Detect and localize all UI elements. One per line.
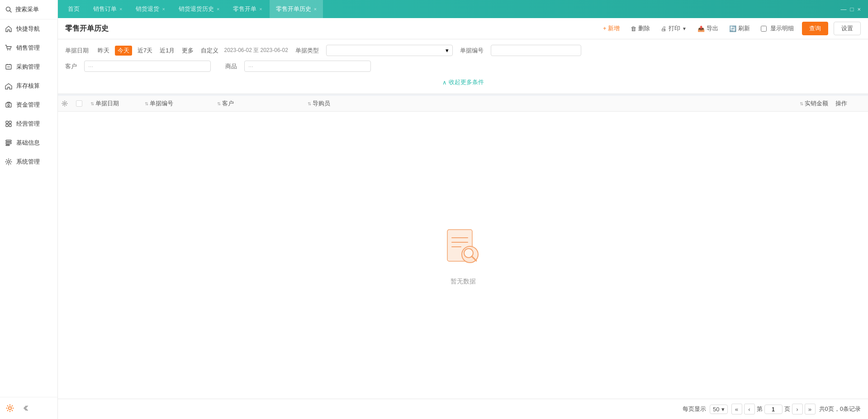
export-button[interactable]: 📤 导出 (695, 23, 721, 34)
date-btn-yesterday[interactable]: 昨天 (96, 46, 111, 56)
col-customer-label: 客户 (222, 99, 234, 108)
date-btn-more[interactable]: 更多 (180, 46, 195, 56)
customer-label: 客户 (65, 62, 77, 71)
date-btn-last1month[interactable]: 近1月 (158, 46, 176, 56)
tab-home[interactable]: 首页 (62, 0, 86, 18)
doc-type-dropdown-icon: ▾ (446, 47, 449, 54)
window-maximize[interactable]: □ (850, 6, 854, 13)
date-btn-today[interactable]: 今天 (115, 46, 132, 56)
print-button[interactable]: 🖨 打印 ▼ (658, 23, 689, 34)
filter-row-2: 客户 ··· 商品 ··· (65, 61, 861, 72)
customer-dots: ··· (88, 63, 93, 70)
page-first-btn[interactable]: « (731, 404, 742, 414)
sidebar-item-sales-mgmt[interactable]: 销售管理 (0, 38, 57, 57)
col-date[interactable]: ⇅ 单据日期 (87, 96, 141, 111)
page-input[interactable] (764, 405, 783, 414)
col-customer[interactable]: ⇅ 客户 (213, 96, 304, 111)
refresh-button[interactable]: 🔄 刷新 (726, 23, 753, 34)
svg-point-15 (8, 161, 10, 163)
sidebar-item-base-info[interactable]: 基础信息 (0, 133, 57, 152)
tab-sales-return-history-close[interactable]: × (217, 6, 219, 12)
col-checkbox[interactable] (72, 96, 87, 111)
doc-type-select[interactable]: ▾ (326, 45, 453, 56)
date-btn-custom[interactable]: 自定义 (199, 46, 220, 56)
sidebar-item-sys-mgmt[interactable]: 系统管理 (0, 152, 57, 171)
svg-point-16 (9, 407, 11, 410)
per-page-select[interactable]: 50 ▾ (710, 405, 727, 414)
sidebar-item-operations[interactable]: 经营管理 (0, 114, 57, 133)
tab-sales-return-close[interactable]: × (162, 6, 165, 12)
print-label: 打印 (669, 24, 680, 33)
table-header: ⇅ 单据日期 ⇅ 单据编号 ⇅ 客户 ⇅ 导购员 ⇅ 实销金额 操作 (58, 96, 868, 112)
tab-sales-return-label: 销货退货 (136, 5, 159, 13)
sidebar-item-quick-nav[interactable]: 快捷导航 (0, 19, 57, 38)
tab-retail-open[interactable]: 零售开单 × (227, 0, 268, 18)
svg-point-2 (7, 50, 8, 51)
tab-sales-order[interactable]: 销售订单 × (87, 0, 128, 18)
page-suffix: 页 (784, 405, 790, 413)
query-button[interactable]: 查询 (802, 22, 828, 35)
tab-sales-return-history[interactable]: 销货退货历史 × (172, 0, 226, 18)
delete-button[interactable]: 🗑 删除 (628, 23, 653, 34)
page-title: 零售开单历史 (65, 24, 109, 33)
page-nav: « ‹ 第 页 › » (731, 404, 816, 414)
empty-state: 暂无数据 (58, 112, 868, 399)
col-amount-label: 实销金额 (805, 99, 828, 108)
tab-retail-open-close[interactable]: × (259, 6, 262, 12)
display-detail-checkbox[interactable]: 显示明细 (758, 23, 797, 34)
window-close[interactable]: × (857, 6, 861, 13)
col-amount[interactable]: ⇅ 实销金额 (778, 96, 832, 111)
sidebar-item-label: 快捷导航 (16, 25, 40, 33)
sidebar-search[interactable]: 搜索采单 (0, 0, 57, 19)
per-page-dropdown-icon: ▾ (721, 406, 725, 413)
sys-settings-icon (5, 158, 13, 166)
setting-button[interactable]: 设置 (834, 22, 861, 35)
page-next-btn[interactable]: › (792, 404, 803, 414)
filter-area: 单据日期 昨天 今天 近7天 近1月 更多 自定义 2023-06-02 至 2… (58, 39, 868, 94)
tab-retail-history[interactable]: 零售开单历史 × (270, 0, 323, 18)
col-spacer (358, 96, 778, 111)
collapse-label: 收起更多条件 (449, 78, 484, 86)
add-button[interactable]: + 新增 (600, 23, 622, 34)
sidebar-item-label: 系统管理 (16, 158, 40, 166)
customer-input[interactable]: ··· (84, 61, 211, 72)
col-settings[interactable] (58, 96, 72, 111)
date-btn-last7[interactable]: 近7天 (136, 46, 154, 56)
svg-rect-13 (6, 142, 11, 144)
select-all-checkbox[interactable] (76, 100, 82, 107)
sidebar-item-label: 采购管理 (16, 63, 40, 71)
tab-retail-open-label: 零售开单 (233, 5, 256, 13)
svg-point-7 (8, 104, 9, 106)
topbar-right: — □ × (841, 6, 864, 13)
total-info: 共0页，0条记录 (819, 405, 861, 413)
col-guide-label: 导购员 (313, 99, 330, 108)
tab-sales-order-close[interactable]: × (119, 6, 122, 12)
empty-text: 暂无数据 (451, 278, 476, 286)
window-minimize[interactable]: — (841, 6, 847, 13)
bottom-settings-icon[interactable] (5, 403, 15, 414)
sidebar-item-finance[interactable]: 资金管理 (0, 95, 57, 114)
tab-retail-history-close[interactable]: × (314, 6, 317, 12)
product-input[interactable]: ··· (244, 61, 371, 72)
tab-home-label: 首页 (68, 5, 80, 13)
sidebar-item-inventory[interactable]: 库存核算 (0, 76, 57, 95)
product-label: 商品 (225, 62, 237, 71)
product-dots: ··· (248, 63, 253, 70)
doc-no-input[interactable] (491, 45, 581, 56)
svg-rect-12 (6, 140, 11, 141)
date-label: 单据日期 (65, 47, 89, 55)
page-last-btn[interactable]: » (805, 404, 816, 414)
add-label: + 新增 (603, 24, 620, 33)
collapse-sidebar-icon[interactable] (20, 403, 31, 414)
col-guide[interactable]: ⇅ 导购员 (304, 96, 358, 111)
sidebar-item-purchase-mgmt[interactable]: 采购管理 (0, 57, 57, 76)
col-doc-no-label: 单据编号 (150, 99, 173, 108)
collapse-bar[interactable]: ∧ 收起更多条件 (65, 76, 861, 88)
col-action: 操作 (832, 96, 868, 111)
display-label: 显示明细 (770, 24, 794, 33)
tab-sales-return-history-label: 销货退货历史 (179, 5, 214, 13)
page-prev-btn[interactable]: ‹ (744, 404, 755, 414)
display-checkbox-input[interactable] (761, 26, 767, 32)
tab-sales-return[interactable]: 销货退货 × (129, 0, 171, 18)
col-doc-no[interactable]: ⇅ 单据编号 (141, 96, 213, 111)
